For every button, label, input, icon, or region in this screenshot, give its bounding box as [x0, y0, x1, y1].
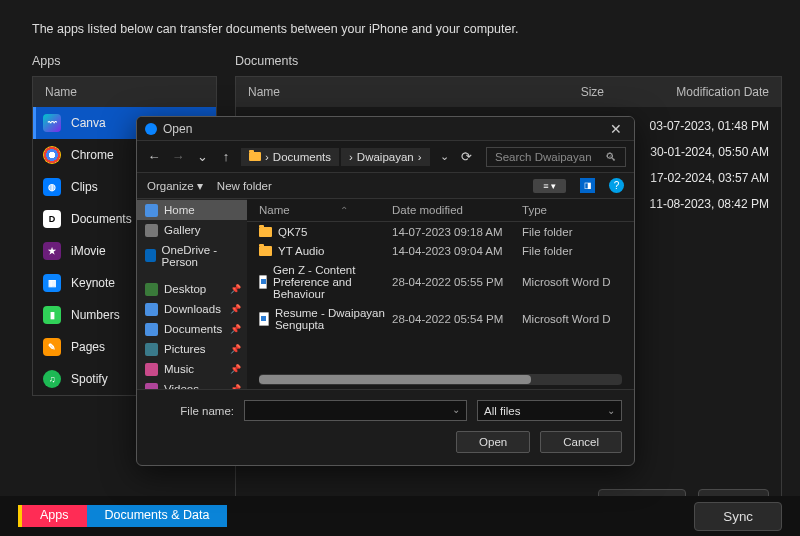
- keynote-icon: ▦: [43, 274, 61, 292]
- word-doc-icon: [259, 312, 269, 326]
- canva-icon: 〰: [43, 114, 61, 132]
- gallery-icon: [145, 224, 158, 237]
- sidebar-item-desktop[interactable]: Desktop📌: [137, 279, 247, 299]
- pin-icon: 📌: [230, 304, 241, 314]
- word-doc-icon: [259, 275, 267, 289]
- downloads-icon: [145, 303, 158, 316]
- onedrive-icon: [145, 249, 156, 262]
- folder-icon: [259, 227, 272, 237]
- file-row[interactable]: Resume - Dwaipayan Sengupta28-04-2022 05…: [247, 303, 634, 334]
- doc-header-size[interactable]: Size: [519, 85, 604, 99]
- spotify-icon: ♫: [43, 370, 61, 388]
- breadcrumb[interactable]: › Documents › Dwaipayan ›: [241, 148, 430, 166]
- file-row[interactable]: QK7514-07-2023 09:18 AMFile folder: [247, 222, 634, 241]
- filename-label: File name:: [149, 405, 234, 417]
- doc-header-moddate[interactable]: Modification Date: [614, 85, 769, 99]
- dialog-nav-bar: ← → ⌄ ↑ › Documents › Dwaipayan › ⌄ ⟳ Se…: [137, 141, 634, 173]
- dialog-app-icon: [145, 123, 157, 135]
- home-icon: [145, 204, 158, 217]
- pin-icon: 📌: [230, 384, 241, 389]
- filename-input[interactable]: ⌄: [244, 400, 467, 421]
- open-button[interactable]: Open: [456, 431, 530, 453]
- desktop-icon: [145, 283, 158, 296]
- breadcrumb-dropdown-icon[interactable]: ⌄: [440, 150, 449, 163]
- search-icon: 🔍︎: [605, 151, 617, 163]
- dialog-sidebar[interactable]: Home Gallery OneDrive - Person Desktop📌 …: [137, 199, 247, 389]
- refresh-icon[interactable]: ⟳: [461, 149, 472, 164]
- videos-folder-icon: [145, 383, 158, 390]
- sidebar-item-home[interactable]: Home: [137, 200, 247, 220]
- folder-icon: [249, 152, 261, 161]
- file-row[interactable]: Gen Z - Content Preference and Behaviour…: [247, 260, 634, 303]
- close-icon[interactable]: ✕: [606, 121, 626, 137]
- file-list-header: Name⌃ Date modified Type: [247, 199, 634, 222]
- help-icon[interactable]: ?: [609, 178, 624, 193]
- open-dialog: Open ✕ ← → ⌄ ↑ › Documents › Dwaipayan ›…: [136, 116, 635, 466]
- file-row[interactable]: YT Audio14-04-2023 09:04 AMFile folder: [247, 241, 634, 260]
- sidebar-item-gallery[interactable]: Gallery: [137, 220, 247, 240]
- documents-header-row: Name Size Modification Date: [236, 77, 781, 107]
- apps-section-title: Apps: [32, 54, 217, 68]
- sync-button[interactable]: Sync: [694, 502, 782, 531]
- documents-section-title: Documents: [235, 54, 782, 68]
- file-header-date[interactable]: Date modified: [392, 204, 522, 216]
- preview-pane-icon[interactable]: ◨: [580, 178, 595, 193]
- pictures-folder-icon: [145, 343, 158, 356]
- pin-icon: 📌: [230, 284, 241, 294]
- documents-folder-icon: [145, 323, 158, 336]
- sidebar-item-pictures[interactable]: Pictures📌: [137, 339, 247, 359]
- pin-icon: 📌: [230, 364, 241, 374]
- pin-icon: 📌: [230, 324, 241, 334]
- clips-icon: ◍: [43, 178, 61, 196]
- sidebar-item-music[interactable]: Music📌: [137, 359, 247, 379]
- apps-header-name[interactable]: Name: [32, 76, 217, 107]
- dialog-titlebar[interactable]: Open ✕: [137, 117, 634, 141]
- tab-apps[interactable]: Apps: [18, 505, 87, 527]
- new-folder-button[interactable]: New folder: [217, 180, 272, 192]
- tab-documents-data[interactable]: Documents & Data: [87, 505, 228, 527]
- nav-up-icon[interactable]: ↑: [217, 149, 235, 164]
- sidebar-item-videos[interactable]: Videos📌: [137, 379, 247, 389]
- organize-dropdown[interactable]: Organize ▾: [147, 179, 203, 193]
- file-header-name[interactable]: Name⌃: [259, 204, 392, 216]
- footer-bar: Apps Documents & Data Sync: [0, 496, 800, 536]
- sort-arrow-icon: ⌃: [340, 205, 348, 216]
- chevron-down-icon[interactable]: ⌄: [452, 404, 460, 415]
- sidebar-item-documents[interactable]: Documents📌: [137, 319, 247, 339]
- dialog-file-list: Name⌃ Date modified Type QK7514-07-2023 …: [247, 199, 634, 389]
- chrome-icon: [43, 146, 61, 164]
- music-folder-icon: [145, 363, 158, 376]
- chevron-down-icon: ⌄: [607, 405, 615, 416]
- chevron-down-icon[interactable]: ⌄: [193, 149, 211, 164]
- documents-icon: D: [43, 210, 61, 228]
- nav-forward-icon[interactable]: →: [169, 149, 187, 164]
- nav-back-icon[interactable]: ←: [145, 149, 163, 164]
- cancel-button[interactable]: Cancel: [540, 431, 622, 453]
- sidebar-item-downloads[interactable]: Downloads📌: [137, 299, 247, 319]
- doc-header-name[interactable]: Name: [248, 85, 519, 99]
- view-mode-toggle[interactable]: ≡ ▾: [533, 179, 566, 193]
- intro-text: The apps listed below can transfer docum…: [0, 0, 800, 36]
- imovie-icon: ★: [43, 242, 61, 260]
- file-header-type[interactable]: Type: [522, 204, 622, 216]
- folder-icon: [259, 246, 272, 256]
- file-filter-select[interactable]: All files⌄: [477, 400, 622, 421]
- pin-icon: 📌: [230, 344, 241, 354]
- search-input[interactable]: Search Dwaipayan 🔍︎: [486, 147, 626, 167]
- horizontal-scrollbar[interactable]: [259, 374, 622, 385]
- pages-icon: ✎: [43, 338, 61, 356]
- dialog-title: Open: [163, 122, 192, 136]
- sidebar-item-onedrive[interactable]: OneDrive - Person: [137, 240, 247, 271]
- numbers-icon: ▮: [43, 306, 61, 324]
